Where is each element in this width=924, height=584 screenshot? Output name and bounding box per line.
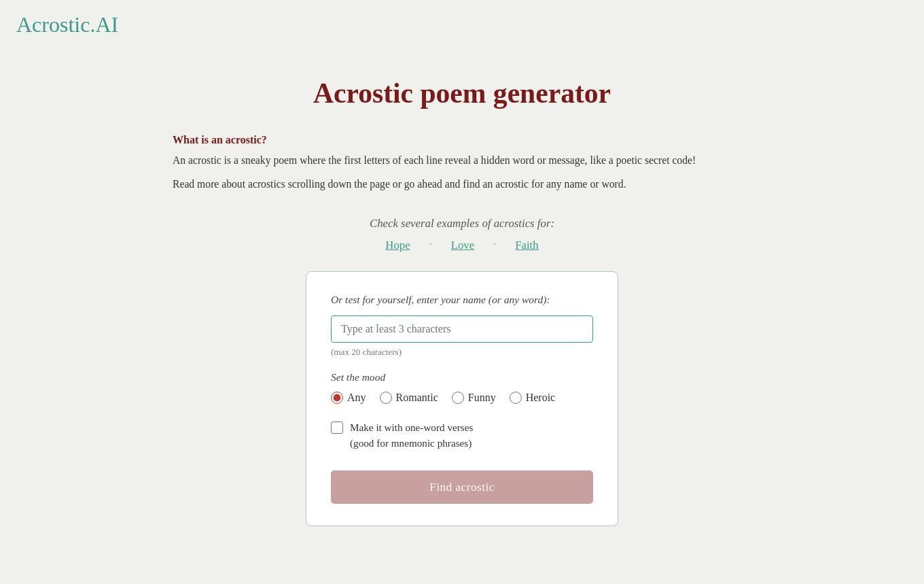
word-input[interactable] (331, 315, 593, 343)
example-link-faith[interactable]: Faith (515, 239, 539, 252)
page-title: Acrostic poem generator (173, 77, 751, 109)
site-logo[interactable]: Acrostic.AI (16, 12, 118, 37)
examples-label: Check several examples of acrostics for: (173, 217, 751, 230)
main-content: Acrostic poem generator What is an acros… (156, 50, 768, 553)
mood-any[interactable]: Any (331, 392, 366, 404)
intro-section: What is an acrostic? An acrostic is a sn… (173, 134, 751, 192)
mood-any-radio[interactable] (331, 392, 343, 404)
one-word-verses-row: Make it with one-word verses (good for m… (331, 420, 593, 451)
find-acrostic-button[interactable]: Find acrostic (331, 470, 593, 504)
mood-funny-label: Funny (468, 392, 496, 404)
what-is-label: What is an acrostic? (173, 134, 751, 146)
form-prompt: Or test for yourself, enter your name (o… (331, 294, 593, 306)
mood-heroic-label: Heroic (526, 392, 556, 404)
mood-romantic-label: Romantic (396, 392, 438, 404)
mood-romantic[interactable]: Romantic (380, 392, 438, 404)
one-word-verses-label: Make it with one-word verses (good for m… (350, 420, 473, 451)
example-links: Hope · Love · Faith (173, 239, 751, 252)
divider-2: · (493, 239, 496, 252)
intro-description: An acrostic is a sneaky poem where the f… (173, 152, 751, 169)
example-link-hope[interactable]: Hope (385, 239, 410, 252)
max-chars-note: (max 20 characters) (331, 347, 593, 358)
mood-radio-group: Any Romantic Funny Heroic (331, 392, 593, 404)
intro-read-more: Read more about acrostics scrolling down… (173, 175, 751, 192)
form-card: Or test for yourself, enter your name (o… (306, 271, 618, 526)
mood-any-label: Any (347, 392, 366, 404)
mood-funny-radio[interactable] (452, 392, 464, 404)
example-link-love[interactable]: Love (451, 239, 474, 252)
mood-heroic[interactable]: Heroic (510, 392, 556, 404)
mood-funny[interactable]: Funny (452, 392, 496, 404)
mood-romantic-radio[interactable] (380, 392, 392, 404)
one-word-verses-checkbox[interactable] (331, 422, 343, 434)
mood-heroic-radio[interactable] (510, 392, 522, 404)
examples-section: Check several examples of acrostics for:… (173, 217, 751, 252)
site-header: Acrostic.AI (0, 0, 924, 50)
mood-label: Set the mood (331, 371, 593, 383)
divider-1: · (429, 239, 432, 252)
